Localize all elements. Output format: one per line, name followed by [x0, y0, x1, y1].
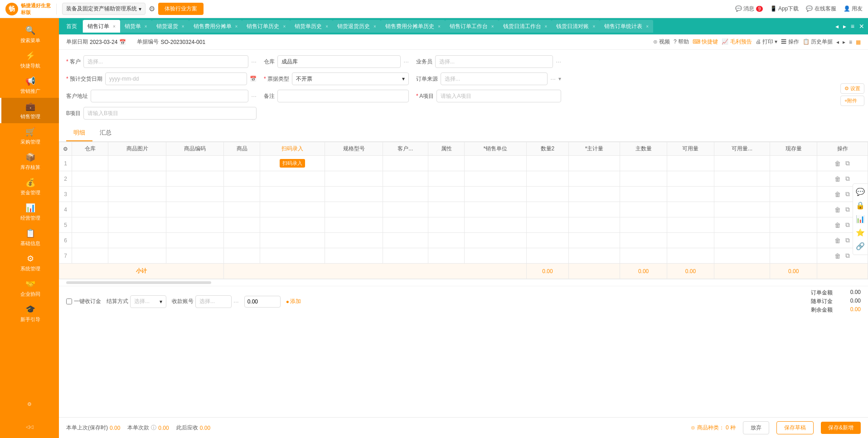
customer-more[interactable]: ···: [251, 58, 257, 65]
cell-spec-4[interactable]: [325, 202, 383, 217]
tab-return-history[interactable]: 销货退货历史 ×: [333, 20, 381, 33]
tab-close-3[interactable]: ×: [235, 24, 238, 29]
tab-sales-expense[interactable]: 销售费用分摊单 ×: [189, 20, 242, 33]
sidebar-settings-footer[interactable]: ⚙: [0, 393, 59, 415]
right-panel-btn-2[interactable]: 🔒: [854, 199, 867, 212]
sidebar-item-enterprise[interactable]: 🤝 企业协同: [0, 275, 59, 301]
tab-close-5[interactable]: ×: [325, 24, 328, 29]
tab-order-stats[interactable]: 销售订单统计表 ×: [600, 20, 653, 33]
history-action[interactable]: 📋 历史单据: [803, 38, 833, 46]
tab-sales-bill[interactable]: 销货单 ×: [120, 20, 152, 33]
col-settings[interactable]: ⚙: [59, 142, 72, 156]
tab-close-7[interactable]: ×: [438, 24, 441, 29]
cell-code-5[interactable]: [166, 217, 223, 233]
cell-unit-3[interactable]: [465, 187, 527, 202]
account-more[interactable]: ···: [233, 298, 239, 305]
cell-avail1-4[interactable]: [667, 202, 714, 217]
delivery-date-input[interactable]: [105, 72, 247, 85]
cell-attr-5[interactable]: [428, 217, 464, 233]
warehouse-more[interactable]: ···: [403, 58, 409, 65]
cell-mainunit-2[interactable]: [569, 171, 620, 187]
help-action[interactable]: ? 帮助: [674, 38, 689, 46]
view-action[interactable]: ⊙ 视频: [653, 38, 670, 46]
sidebar-item-base-info[interactable]: 📋 基础信息: [0, 225, 59, 250]
copy-icon-7[interactable]: ⧉: [844, 252, 852, 260]
cell-attr-4[interactable]: [428, 202, 464, 217]
customer-input[interactable]: [83, 55, 248, 68]
tab-close-4[interactable]: ×: [283, 24, 286, 29]
tab-next[interactable]: ▸: [841, 22, 848, 31]
cell-unit-5[interactable]: [465, 217, 527, 233]
cell-avail2-6[interactable]: [714, 233, 770, 248]
sidebar-item-purchase[interactable]: 🛒 采购管理: [0, 123, 59, 149]
cell-mainqty-6[interactable]: [620, 233, 667, 248]
cell-mainqty-1[interactable]: [620, 156, 667, 171]
cell-code-7[interactable]: [166, 248, 223, 264]
cell-qty2-2[interactable]: [526, 171, 568, 187]
shortcut-action[interactable]: ⌨ 快捷键: [693, 38, 718, 46]
sidebar-item-sales[interactable]: 💼 销售管理: [0, 98, 59, 123]
discard-button[interactable]: 放弃: [743, 421, 769, 434]
cell-img-5[interactable]: [108, 217, 166, 233]
delete-icon-6[interactable]: 🗑: [834, 236, 842, 245]
cell-avail1-6[interactable]: [667, 233, 714, 248]
copy-icon-1[interactable]: ⧉: [844, 159, 852, 168]
cell-code-1[interactable]: [166, 156, 223, 171]
cell-scan-4[interactable]: [260, 202, 325, 217]
payment-amount-input[interactable]: [244, 296, 281, 308]
right-panel-btn-1[interactable]: 💬: [854, 186, 867, 198]
cell-stock-7[interactable]: [770, 248, 817, 264]
cell-custcode-2[interactable]: [383, 171, 428, 187]
cell-spec-7[interactable]: [325, 248, 383, 264]
tab-detail[interactable]: 明细: [66, 125, 92, 141]
cell-qty2-5[interactable]: [526, 217, 568, 233]
order-source-input[interactable]: [441, 72, 548, 85]
cell-product-6[interactable]: [224, 233, 260, 248]
cell-spec-3[interactable]: [325, 187, 383, 202]
cell-mainqty-5[interactable]: [620, 217, 667, 233]
tab-order-history[interactable]: 销售订单历史 ×: [242, 20, 290, 33]
tab-sales-return[interactable]: 销货退货 ×: [152, 20, 189, 33]
cell-product-7[interactable]: [224, 248, 260, 264]
cell-custcode-6[interactable]: [383, 233, 428, 248]
cell-warehouse-1[interactable]: [72, 156, 108, 171]
cell-qty2-4[interactable]: [526, 202, 568, 217]
cell-avail1-3[interactable]: [667, 187, 714, 202]
cell-mainunit-1[interactable]: [569, 156, 620, 171]
cell-unit-1[interactable]: [465, 156, 527, 171]
cell-spec-5[interactable]: [325, 217, 383, 233]
payment-method-select[interactable]: 选择... ▾: [130, 295, 166, 308]
cell-code-4[interactable]: [166, 202, 223, 217]
cell-avail2-3[interactable]: [714, 187, 770, 202]
cell-img-7[interactable]: [108, 248, 166, 264]
copy-icon-3[interactable]: ⧉: [844, 190, 852, 198]
app-download-btn[interactable]: 📱 App下载: [770, 5, 799, 13]
right-panel-btn-3[interactable]: 📊: [854, 213, 867, 226]
tab-close-2[interactable]: ×: [182, 24, 184, 29]
cell-scan-1[interactable]: 扫码录入: [260, 156, 325, 171]
cell-avail2-7[interactable]: [714, 248, 770, 264]
save-new-button[interactable]: 保存&新增: [821, 422, 861, 434]
cell-mainunit-5[interactable]: [569, 217, 620, 233]
header-nav-next[interactable]: ▸: [843, 39, 845, 45]
tab-close-1[interactable]: ×: [145, 24, 147, 29]
cell-scan-5[interactable]: [260, 217, 325, 233]
addr-more[interactable]: ···: [251, 92, 257, 100]
cell-avail1-5[interactable]: [667, 217, 714, 233]
sidebar-item-inventory[interactable]: 📦 库存核算: [0, 149, 59, 174]
salesman-input[interactable]: [435, 55, 553, 68]
print-action[interactable]: 🖨 打印 ▾: [756, 38, 778, 46]
cell-custcode-5[interactable]: [383, 217, 428, 233]
cell-img-1[interactable]: [108, 156, 166, 171]
cell-avail1-7[interactable]: [667, 248, 714, 264]
tab-close-8[interactable]: ×: [491, 24, 494, 29]
delete-icon-3[interactable]: 🗑: [834, 190, 842, 198]
cell-stock-1[interactable]: [770, 156, 817, 171]
delete-icon-7[interactable]: 🗑: [834, 252, 842, 260]
right-panel-btn-4[interactable]: ⭐: [854, 226, 867, 239]
settings-btn[interactable]: ⚙ 设置: [840, 83, 864, 94]
copy-icon-6[interactable]: ⧉: [844, 236, 852, 245]
tab-close-10[interactable]: ×: [592, 24, 595, 29]
attachment-btn[interactable]: +附件: [840, 96, 864, 106]
cell-attr-1[interactable]: [428, 156, 464, 171]
